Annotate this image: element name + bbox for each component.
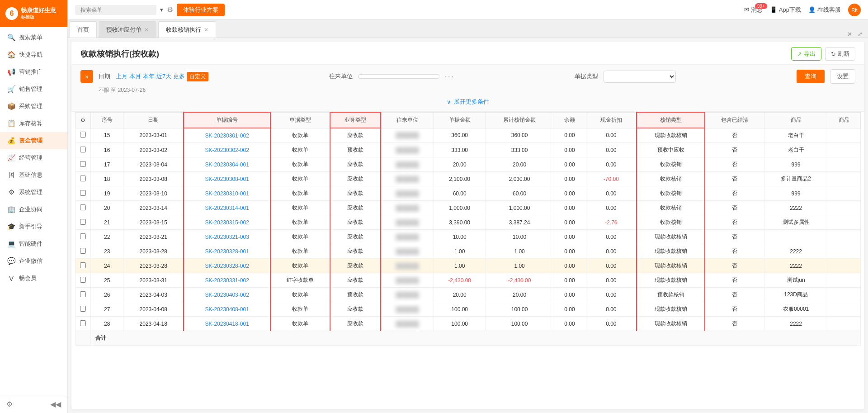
cell-no: 22: [91, 230, 123, 244]
row-checkbox[interactable]: [80, 277, 86, 283]
sidebar-item-marketing[interactable]: 📢营销推广: [0, 63, 67, 81]
cell-date: 2023-04-03: [123, 288, 184, 302]
query-button[interactable]: 查询: [797, 70, 825, 83]
receipt-no-link[interactable]: SK-20230331-002: [205, 277, 249, 284]
settings-icon[interactable]: ⚙: [6, 400, 13, 408]
row-checkbox[interactable]: [80, 190, 86, 196]
app-download-item[interactable]: 📱 App下载: [770, 6, 801, 14]
sidebar-item-inventory[interactable]: 📋库存核算: [0, 115, 67, 132]
receipt-no-link[interactable]: SK-20230328-001: [205, 248, 249, 255]
row-checkbox[interactable]: [80, 248, 86, 254]
row-checkbox[interactable]: [80, 219, 86, 225]
receipt-type-select[interactable]: [604, 71, 676, 83]
row-checkbox[interactable]: [80, 147, 86, 152]
row-checkbox[interactable]: [80, 176, 86, 181]
sidebar-item-basic[interactable]: 🗄基础信息: [0, 166, 67, 184]
cell-checkbox[interactable]: [75, 157, 91, 172]
cell-checkbox[interactable]: [75, 288, 91, 302]
receipt-no-link[interactable]: SK-20230315-002: [205, 219, 249, 226]
receipt-no-link[interactable]: SK-20230418-001: [205, 321, 249, 327]
search-input[interactable]: [75, 5, 156, 15]
receipt-no-link[interactable]: SK-20230302-002: [205, 147, 249, 153]
cell-date: 2023-04-18: [123, 317, 184, 331]
row-checkbox[interactable]: [80, 132, 86, 138]
sidebar-item-sales[interactable]: 🛒销售管理: [0, 81, 67, 98]
expand-more-button[interactable]: ∨ 展开更多条件: [80, 97, 855, 107]
topbar-dropdown[interactable]: ▾: [160, 6, 163, 13]
cell-checkbox[interactable]: [75, 128, 91, 143]
date-last-month[interactable]: 上月: [116, 72, 127, 81]
maximize-icon[interactable]: ⤢: [858, 31, 863, 38]
receipt-no-link[interactable]: SK-20230321-003: [205, 234, 249, 240]
cell-checkbox[interactable]: [75, 172, 91, 186]
date-7days[interactable]: 近7天: [156, 72, 171, 81]
date-this-month[interactable]: 本月: [129, 72, 141, 81]
receipt-no-link[interactable]: SK-20230403-002: [205, 292, 249, 298]
receipt-no-link[interactable]: SK-20230301-002: [205, 133, 249, 139]
date-more[interactable]: 更多: [173, 72, 185, 81]
row-checkbox[interactable]: [80, 320, 86, 326]
col-settings[interactable]: ⚙: [75, 112, 91, 128]
sidebar-item-operations[interactable]: 📈经营管理: [0, 149, 67, 166]
cell-checkbox[interactable]: [75, 259, 91, 273]
sidebar-item-search[interactable]: 🔍搜索菜单: [0, 29, 67, 46]
cell-verify-amount: 360.00: [486, 128, 553, 143]
topbar-gear-icon[interactable]: ⚙: [167, 5, 173, 14]
cell-checkbox[interactable]: [75, 186, 91, 201]
solution-button[interactable]: 体验行业方案: [177, 4, 225, 16]
cell-checkbox[interactable]: [75, 143, 91, 157]
sidebar-item-member[interactable]: V畅会员: [0, 270, 67, 287]
receipt-no-link[interactable]: SK-20230308-001: [205, 176, 249, 182]
cell-checkbox[interactable]: [75, 302, 91, 317]
setting-button[interactable]: 设置: [830, 69, 855, 84]
export-button[interactable]: ↗ 导出: [791, 47, 821, 61]
cell-checkbox[interactable]: [75, 273, 91, 288]
receipt-no-link[interactable]: SK-20230408-001: [205, 306, 249, 313]
sidebar-item-corp[interactable]: 🏢企业协同: [0, 201, 67, 218]
counterpart-input[interactable]: [358, 74, 439, 79]
row-checkbox[interactable]: [80, 161, 86, 167]
sidebar-item-wechat[interactable]: 💬企业微信: [0, 252, 67, 270]
row-checkbox[interactable]: [80, 262, 86, 268]
receipt-no-link[interactable]: SK-20230310-001: [205, 190, 249, 197]
table-row: 28 2023-04-18 SK-20230418-001 收款单 应收款 ██…: [75, 317, 861, 331]
tab-receipt-verify[interactable]: 收款核销执行✕: [158, 21, 216, 38]
filter-collapse-button[interactable]: »: [80, 70, 93, 83]
cell-checkbox[interactable]: [75, 201, 91, 215]
collapse-icon[interactable]: ◀◀: [50, 400, 61, 408]
row-checkbox[interactable]: [80, 306, 86, 312]
cell-checkbox[interactable]: [75, 215, 91, 230]
sidebar-item-finance[interactable]: 💰资金管理: [0, 132, 67, 149]
date-this-year[interactable]: 本年: [143, 72, 155, 81]
sidebar-item-system[interactable]: ⚙系统管理: [0, 184, 67, 201]
cell-checkbox[interactable]: [75, 317, 91, 331]
row-checkbox[interactable]: [80, 291, 86, 297]
refresh-button[interactable]: ↻ 刷新: [825, 47, 855, 61]
cell-biz-type: 应收款: [330, 302, 381, 317]
table-row: 21 2023-03-15 SK-20230315-002 收款单 应收款 ██…: [75, 215, 861, 230]
online-service-item[interactable]: 👤 在线客服: [808, 6, 841, 14]
receipt-no-link[interactable]: SK-20230328-002: [205, 263, 249, 269]
cell-receipt-no: SK-20230314-001: [184, 201, 270, 215]
tab-home[interactable]: 首页: [70, 21, 97, 38]
sidebar-item-newbie[interactable]: 🎓新手引导: [0, 218, 67, 235]
sidebar-item-hardware[interactable]: 💻智能硬件: [0, 235, 67, 252]
messages-item[interactable]: ✉ 消息 99+: [744, 6, 763, 14]
tab-close-prepayment[interactable]: ✕: [144, 27, 149, 33]
close-window-icon[interactable]: ✕: [847, 31, 852, 38]
cell-verify-type: 收款核销: [637, 186, 705, 201]
tab-prepayment[interactable]: 预收冲应付单✕: [99, 21, 156, 38]
receipt-no-link[interactable]: SK-20230314-001: [205, 205, 249, 211]
cell-receipt-no: SK-20230328-001: [184, 244, 270, 259]
sidebar-item-quicknav[interactable]: 🏠快捷导航: [0, 46, 67, 63]
row-checkbox[interactable]: [80, 233, 86, 239]
sidebar-item-purchase[interactable]: 📦采购管理: [0, 98, 67, 115]
date-custom-button[interactable]: 自定义: [187, 72, 208, 81]
cell-checkbox[interactable]: [75, 244, 91, 259]
row-checkbox[interactable]: [80, 204, 86, 210]
tab-close-receipt-verify[interactable]: ✕: [204, 27, 208, 33]
sidebar-icon-operations: 📈: [7, 154, 15, 162]
user-avatar[interactable]: Rit: [848, 4, 861, 16]
receipt-no-link[interactable]: SK-20230304-001: [205, 161, 249, 168]
cell-checkbox[interactable]: [75, 230, 91, 244]
